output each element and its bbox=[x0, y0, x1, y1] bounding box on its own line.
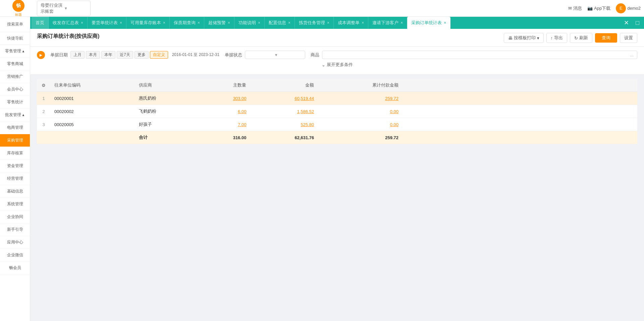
date-this-month[interactable]: 本月 bbox=[86, 51, 100, 59]
sidebar-item-purchase[interactable]: 采购管理 bbox=[0, 134, 30, 147]
maximize-button[interactable]: □ bbox=[634, 19, 641, 27]
sidebar-item-vip[interactable]: 畅会员 bbox=[0, 262, 30, 274]
filter-row: ► 单据日期 上月 本月 本年 近7天 更多 自定义 2016-01-01 至 … bbox=[37, 51, 637, 59]
col-settings[interactable]: ⚙ bbox=[37, 79, 50, 92]
sidebar-item-inventory[interactable]: 库存核算 bbox=[0, 147, 30, 160]
tab-close-cost-adjust[interactable]: × bbox=[362, 20, 364, 25]
tab-purchase-stats[interactable]: 要货单统计表× bbox=[88, 17, 126, 29]
sidebar-item-retail-shop[interactable]: 零售商城 bbox=[0, 58, 30, 70]
tab-close-receive-summary[interactable]: × bbox=[81, 20, 83, 25]
row-amount-link-2[interactable]: 525.80 bbox=[301, 122, 314, 127]
sidebar-item-marketing[interactable]: 营销推广 bbox=[0, 70, 30, 83]
sidebar-item-guide[interactable]: 新手引导 bbox=[0, 223, 30, 236]
tab-close-expiry-query[interactable]: × bbox=[198, 20, 200, 25]
row-paid-link-1[interactable]: 0.00 bbox=[390, 109, 398, 114]
sidebar-item-ecommerce[interactable]: 电商管理 bbox=[0, 121, 30, 134]
table-row[interactable]: 100020001惠氏奶粉303.0060,519.44259.72 bbox=[37, 92, 637, 105]
tabs-container: 首页收发存汇总表×要货单统计表×可用量库存账本×保质期查询×超储预警×功能说明×… bbox=[32, 17, 450, 29]
tab-overstock-warning[interactable]: 超储预警× bbox=[204, 17, 234, 29]
tab-home[interactable]: 首页 bbox=[32, 17, 49, 29]
tab-available-inventory[interactable]: 可用量库存账本× bbox=[126, 17, 170, 29]
tab-close-available-inventory[interactable]: × bbox=[163, 20, 165, 25]
tab-close-purchase-stats[interactable]: × bbox=[120, 20, 122, 25]
tab-config-info[interactable]: 配置信息× bbox=[265, 17, 295, 29]
workspace-selector[interactable]: 母婴行业演示账套 ▾ bbox=[37, 1, 91, 16]
tab-label-purchase-order-stats: 采购订单统计表 bbox=[411, 20, 442, 26]
row-amount-link-1[interactable]: 1,586.52 bbox=[297, 109, 314, 114]
print-button[interactable]: 🖶 按模板打印 ▾ bbox=[504, 33, 544, 43]
search-menu-button[interactable]: 搜索菜单 bbox=[2, 19, 28, 29]
row-num-0: 1 bbox=[37, 92, 50, 105]
col-amount: 金额 bbox=[250, 79, 318, 92]
sidebar-item-retail[interactable]: 零售管理▲ bbox=[0, 45, 30, 58]
settings-button[interactable]: 设置 bbox=[620, 33, 637, 43]
tab-label-function-desc: 功能说明 bbox=[238, 20, 256, 26]
tab-label-invite-downstream: 邀请下游客户 bbox=[372, 20, 398, 26]
date-7-days[interactable]: 近7天 bbox=[117, 51, 133, 59]
sidebar-item-wechat[interactable]: 企业微信 bbox=[0, 249, 30, 262]
date-this-year[interactable]: 本年 bbox=[101, 51, 115, 59]
row-paid-link-0[interactable]: 259.72 bbox=[385, 96, 398, 101]
sidebar-item-retail-stats[interactable]: 零售统计 bbox=[0, 96, 30, 109]
row-code-0: 00020001 bbox=[50, 92, 135, 105]
footer-label: 合计 bbox=[135, 131, 198, 144]
row-amount-1: 1,586.52 bbox=[250, 105, 318, 118]
date-more[interactable]: 更多 bbox=[135, 51, 149, 59]
goods-input[interactable] bbox=[326, 52, 630, 57]
content-area: 首页收发存汇总表×要货单统计表×可用量库存账本×保质期查询×超储预警×功能说明×… bbox=[30, 17, 644, 321]
tab-invite-downstream[interactable]: 邀请下游客户× bbox=[368, 17, 407, 29]
page-content: 采购订单统计表(按供应商) 🖶 按模板打印 ▾ ↑ 导出 ↻ bbox=[30, 29, 644, 321]
tab-receive-summary[interactable]: 收发存汇总表× bbox=[49, 17, 88, 29]
tab-close-pick-task[interactable]: × bbox=[327, 20, 329, 25]
sidebar-item-basic-info[interactable]: 基础信息 bbox=[0, 185, 30, 198]
refresh-button[interactable]: ↻ 刷新 bbox=[570, 33, 592, 43]
table-row[interactable]: 200020002飞鹤奶粉6.001,586.520.00 bbox=[37, 105, 637, 118]
table-settings-icon[interactable]: ⚙ bbox=[42, 83, 46, 88]
tab-close-invite-downstream[interactable]: × bbox=[400, 20, 403, 25]
row-quantity-link-1[interactable]: 6.00 bbox=[238, 109, 246, 114]
row-supplier-1: 飞鹤奶粉 bbox=[135, 105, 198, 118]
sidebar-item-system[interactable]: 系统管理 bbox=[0, 198, 30, 211]
tab-close-function-desc[interactable]: × bbox=[258, 20, 260, 25]
app-download-button[interactable]: 📷 App下载 bbox=[587, 5, 610, 11]
filter-toggle-button[interactable]: ► bbox=[37, 51, 45, 59]
date-custom[interactable]: 自定义 bbox=[150, 51, 168, 59]
row-paid-link-2[interactable]: 0.00 bbox=[390, 122, 398, 127]
export-button[interactable]: ↑ 导出 bbox=[546, 33, 568, 43]
sidebar-item-finance[interactable]: 资金管理 bbox=[0, 160, 30, 172]
tab-close-config-info[interactable]: × bbox=[288, 20, 290, 25]
table-body: 100020001惠氏奶粉303.0060,519.44259.72200020… bbox=[37, 92, 637, 131]
query-button[interactable]: 查询 bbox=[595, 33, 617, 43]
row-amount-link-0[interactable]: 60,519.44 bbox=[294, 96, 314, 101]
tab-label-cost-adjust: 成本调整单 bbox=[338, 20, 360, 26]
sidebar-item-business[interactable]: 经营管理 bbox=[0, 172, 30, 185]
tab-close-overstock-warning[interactable]: × bbox=[228, 20, 230, 25]
tab-close-purchase-order-stats[interactable]: × bbox=[444, 20, 446, 25]
tab-cost-adjust[interactable]: 成本调整单× bbox=[334, 17, 368, 29]
tab-purchase-order-stats[interactable]: 采购订单统计表× bbox=[407, 17, 450, 29]
table-row[interactable]: 300020005好孩子7.00525.800.00 bbox=[37, 118, 637, 131]
date-last-month[interactable]: 上月 bbox=[70, 51, 85, 59]
sidebar-item-wholesale[interactable]: 批发管理▲ bbox=[0, 109, 30, 121]
sidebar-item-member[interactable]: 会员中心 bbox=[0, 83, 30, 96]
tab-pick-task[interactable]: 拣货任务管理× bbox=[295, 17, 334, 29]
date-shortcuts: 上月 本月 本年 近7天 更多 自定义 bbox=[70, 51, 168, 59]
sidebar-item-app-center[interactable]: 应用中心 bbox=[0, 236, 30, 249]
message-button[interactable]: ✉ 消息 bbox=[568, 5, 582, 11]
col-code: 往来单位编码 bbox=[50, 79, 135, 92]
page-header-actions: 🖶 按模板打印 ▾ ↑ 导出 ↻ 刷新 查询 设置 bbox=[504, 33, 638, 46]
tab-expiry-query[interactable]: 保质期查询× bbox=[170, 17, 204, 29]
user-menu[interactable]: E demo2 bbox=[616, 3, 641, 13]
row-quantity-link-0[interactable]: 303.00 bbox=[233, 96, 247, 101]
table-header: ⚙ 往来单位编码 供应商 主数量 金额 累计付款金额 bbox=[37, 79, 637, 92]
logo-area: 畅 标题 bbox=[3, 0, 34, 17]
status-select[interactable]: ▾ bbox=[245, 51, 305, 59]
tab-label-receive-summary: 收发存汇总表 bbox=[53, 20, 79, 26]
close-tab-button[interactable]: ✕ bbox=[622, 18, 631, 27]
goods-input-more-icon[interactable]: ... bbox=[630, 52, 634, 57]
sidebar-item-enterprise[interactable]: 企业协同 bbox=[0, 211, 30, 223]
quick-nav-button[interactable]: 快捷导航 bbox=[0, 34, 30, 43]
row-quantity-link-2[interactable]: 7.00 bbox=[238, 122, 246, 127]
more-conditions-button[interactable]: ⌄ 展开更多条件 bbox=[37, 59, 637, 70]
tab-function-desc[interactable]: 功能说明× bbox=[234, 17, 265, 29]
